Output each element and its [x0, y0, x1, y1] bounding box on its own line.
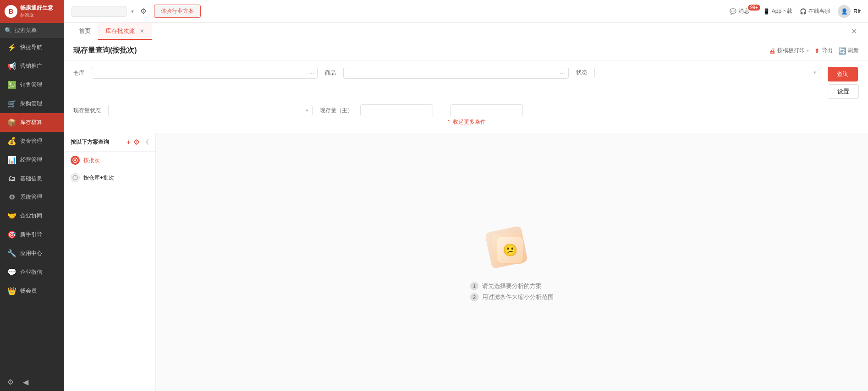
tab-batch-account-label: 库存批次账	[105, 27, 135, 35]
refresh-label: 刷新	[848, 47, 859, 54]
svg-point-2	[73, 175, 77, 180]
quick-nav-label: 快捷导航	[20, 43, 42, 51]
sidebar-item-operation[interactable]: 📊 经营管理	[0, 151, 64, 169]
tip1-number: 1	[470, 282, 478, 290]
headset-icon: 🎧	[800, 8, 807, 15]
avatar: 👤	[838, 5, 851, 18]
sidebar-item-basic[interactable]: 🗂 基础信息	[0, 169, 64, 188]
sidebar-item-inventory[interactable]: 📦 库存核算	[0, 113, 64, 132]
collapse-sidebar-icon[interactable]: ◀	[23, 378, 28, 386]
scheme-batch-icon	[71, 156, 80, 165]
stock-qty-to-input[interactable]	[450, 104, 523, 116]
inventory-icon: 📦	[7, 118, 16, 127]
product-input[interactable]	[343, 67, 569, 79]
collapse-btn[interactable]: ⌃ 收起更多条件	[446, 118, 486, 126]
app-download-btn[interactable]: 📱 App下载	[763, 7, 792, 15]
user-name: Rit	[853, 8, 861, 15]
sidebar-item-guide[interactable]: 🎯 新手引导	[0, 225, 64, 244]
quick-nav-icon: ⚡	[7, 43, 16, 52]
scheme-settings-icon[interactable]: ⚙	[133, 138, 140, 147]
scheme-collapse-icon[interactable]: 《	[143, 138, 149, 147]
basic-label: 基础信息	[20, 175, 42, 183]
warehouse-dots-icon[interactable]: ···	[308, 70, 315, 76]
status-select[interactable]: ▾	[594, 67, 820, 78]
sidebar-item-system[interactable]: ⚙ 系统管理	[0, 188, 64, 206]
scheme-add-icon[interactable]: +	[126, 138, 131, 147]
product-label: 商品	[325, 69, 336, 77]
warehouse-input[interactable]	[92, 67, 318, 79]
wechat-icon: 💬	[7, 268, 16, 277]
scheme-warehouse-batch-icon	[71, 173, 80, 182]
product-dots-icon[interactable]: ···	[560, 70, 566, 76]
scheme-item-batch[interactable]: 按批次	[64, 152, 155, 169]
member-icon: 👑	[7, 287, 16, 295]
sidebar-item-sales[interactable]: 💹 销售管理	[0, 76, 64, 94]
close-all-tabs-btn[interactable]: ✕	[847, 23, 861, 40]
print-chevron-icon: ▾	[807, 48, 809, 53]
breadcrumb-input[interactable]	[71, 6, 126, 17]
stock-qty-from-input[interactable]	[360, 104, 433, 116]
sidebar-item-member[interactable]: 👑 畅会员	[0, 282, 64, 300]
close-all-icon: ✕	[851, 27, 857, 36]
user-area[interactable]: 👤 Rit	[838, 5, 861, 18]
sidebar-item-purchase[interactable]: 🛒 采购管理	[0, 94, 64, 113]
online-service-btn[interactable]: 🎧 在线客服	[800, 7, 830, 15]
sidebar-item-wechat[interactable]: 💬 企业微信	[0, 263, 64, 282]
status-dropdown-icon: ▾	[813, 70, 816, 76]
empty-tip-2: 2 用过滤条件来缩小分析范围	[470, 293, 554, 301]
app-center-label: 应用中心	[20, 250, 42, 257]
tab-batch-account[interactable]: 库存批次账 ✕	[98, 23, 152, 40]
message-label: 消息	[738, 7, 749, 15]
export-btn[interactable]: ⬆ 导出	[814, 47, 833, 54]
app-download-icon: 📱	[763, 8, 770, 15]
stock-status-label: 现存量状态	[73, 107, 101, 114]
member-label: 畅会员	[20, 287, 37, 295]
scheme-panel-header: 按以下方案查询 + ⚙ 《	[64, 133, 155, 152]
message-icon: 💬	[730, 8, 736, 15]
settings-button[interactable]: 设置	[828, 84, 859, 99]
sidebar-item-app-center[interactable]: 🔧 应用中心	[0, 244, 64, 263]
page-title: 现存量查询(按批次)	[73, 46, 137, 55]
topbar: ▾ ⚙ 体验行业方案 💬 消息 99+ 📱 App下载 🎧 在线客服 👤	[64, 0, 868, 23]
tab-home[interactable]: 首页	[71, 23, 98, 40]
sidebar-item-marketing[interactable]: 📢 营销推广	[0, 57, 64, 76]
search-menu-btn[interactable]: 🔍 搜索菜单	[0, 23, 64, 38]
filter-top-row: 仓库 ··· 商品 ··· 状态	[73, 67, 859, 99]
topbar-gear-icon[interactable]: ⚙	[140, 7, 147, 16]
breadcrumb-chevron-icon: ▾	[131, 8, 134, 15]
sidebar-item-enterprise[interactable]: 🤝 企业协同	[0, 206, 64, 225]
wechat-label: 企业微信	[20, 268, 42, 276]
sidebar-nav: ⚡ 快捷导航 📢 营销推广 💹 销售管理 🛒 采购管理 📦 库存核算 💰 资金管…	[0, 38, 64, 373]
scheme-item-warehouse-batch[interactable]: 按仓库+批次	[64, 169, 155, 186]
scheme-panel-title: 按以下方案查询	[71, 138, 109, 146]
stock-status-select[interactable]: ▾	[108, 105, 313, 116]
trial-btn[interactable]: 体验行业方案	[154, 5, 201, 18]
guide-label: 新手引导	[20, 231, 42, 239]
export-icon: ⬆	[814, 47, 820, 54]
enterprise-label: 企业协同	[20, 212, 42, 220]
page-header: 现存量查询(按批次) 🖨 按模板打印 ▾ ⬆ 导出 🔄 刷新	[64, 40, 868, 60]
refresh-btn[interactable]: 🔄 刷新	[838, 47, 859, 54]
sales-icon: 💹	[7, 81, 16, 89]
message-btn[interactable]: 💬 消息 99+	[730, 7, 756, 15]
collapse-chevron-icon: ⌃	[446, 119, 451, 125]
tab-home-label: 首页	[79, 27, 91, 35]
tab-close-icon[interactable]: ✕	[140, 28, 144, 34]
operation-label: 经营管理	[20, 156, 42, 164]
sidebar-item-quick-nav[interactable]: ⚡ 快捷导航	[0, 38, 64, 57]
purchase-label: 采购管理	[20, 100, 42, 108]
sidebar-item-finance[interactable]: 💰 资金管理	[0, 132, 64, 151]
topbar-actions: 💬 消息 99+ 📱 App下载 🎧 在线客服 👤 Rit	[730, 5, 861, 18]
finance-icon: 💰	[7, 137, 16, 146]
avatar-placeholder-icon: 👤	[841, 8, 848, 15]
marketing-icon: 📢	[7, 62, 16, 71]
query-button[interactable]: 查询	[828, 67, 858, 81]
refresh-icon: 🔄	[838, 47, 846, 54]
stock-qty-dash: —	[437, 107, 446, 114]
print-btn[interactable]: 🖨 按模板打印 ▾	[769, 47, 809, 54]
app-version: 标准版	[20, 12, 53, 18]
status-label: 状态	[576, 69, 587, 76]
settings-footer-icon[interactable]: ⚙	[7, 378, 14, 386]
sidebar-title-block: 畅康通好生意 标准版	[20, 5, 53, 18]
collapse-label: 收起更多条件	[453, 118, 486, 126]
